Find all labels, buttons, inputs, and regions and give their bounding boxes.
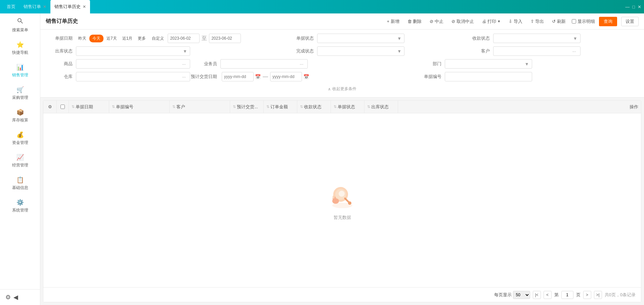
th-delivery-label: 预计交货... [237,104,258,110]
sidebar-bottom: ⚙ ◀ [0,289,40,305]
payment-status-select[interactable]: ▼ [493,34,581,43]
system-mgmt-icon: ⚙️ [16,199,24,206]
sidebar-quick-nav-label: 快捷导航 [12,50,28,55]
th-out-status[interactable]: ⇅ 出库状态 [364,101,398,113]
th-order-status[interactable]: ⇅ 单据状态 [331,101,364,113]
print-dropdown-icon[interactable]: ▼ [497,20,501,23]
custom-btn[interactable]: 自定义 [149,35,166,42]
th-settings[interactable]: ⚙ [43,101,57,113]
sidebar-item-system-mgmt[interactable]: ⚙️ 系统管理 [0,195,40,217]
sidebar-settings-icon[interactable]: ⚙ [5,294,11,301]
th-number[interactable]: ⇅ 单据编号 [109,101,170,113]
close-app-icon[interactable]: ✕ [638,4,641,9]
th-pay-status[interactable]: ⇅ 收款状态 [297,101,331,113]
product-ellipsis-btn[interactable]: ··· [181,62,187,67]
export-button[interactable]: ⇧ 导出 [528,17,546,26]
delivery-date-cal-end[interactable]: 📅 [303,74,309,79]
filter-area: 单据日期 昨天 今天 近7天 近1月 更多 自定义 至 [40,30,644,98]
collapse-up-icon: ∧ [328,87,331,91]
operations-icon: 📈 [16,154,24,161]
sidebar-search-menu-label: 搜索菜单 [12,27,28,33]
tab-home[interactable]: 首页 [3,0,19,13]
th-amount[interactable]: ⇅ 订单金额 [264,101,297,113]
last-month-btn[interactable]: 近1月 [120,35,135,42]
cancel-suspend-button[interactable]: ⊘ 取消中止 [449,17,476,26]
sidebar-collapse-icon[interactable]: ◀ [13,294,18,301]
yesterday-btn[interactable]: 昨天 [76,35,89,42]
sales-mgmt-icon: 📊 [16,64,24,71]
th-date[interactable]: ⇅ 单据日期 [69,101,109,113]
sidebar-item-quick-nav[interactable]: ⭐ 快捷导航 [0,37,40,60]
department-select[interactable]: ▼ [445,59,532,69]
settings-button[interactable]: 设置 [621,17,639,26]
th-delivery[interactable]: ⇅ 预计交货... [230,101,264,113]
page-title: 销售订单历史 [46,18,385,25]
date-start-input[interactable] [168,34,200,43]
order-number-input[interactable] [445,72,532,81]
tab-sales-order-history[interactable]: 销售订单历史 ✕ [50,0,90,13]
import-button[interactable]: ⇩ 导入 [507,17,524,26]
first-page-btn[interactable]: |< [533,291,541,299]
query-button[interactable]: 查询 [599,17,617,26]
tab-sales-order-history-close[interactable]: ✕ [83,4,86,9]
display-detail-checkbox[interactable] [572,19,576,24]
delivery-status-chevron: ▼ [183,49,187,54]
delivery-date-start-input[interactable] [222,72,254,81]
sidebar-item-inventory[interactable]: 📦 库存核算 [0,105,40,127]
print-button[interactable]: 🖨 打印 ▼ [480,17,503,26]
refresh-button[interactable]: ↺ 刷新 [550,17,568,26]
order-status-select[interactable]: ▼ [317,34,404,43]
warehouse-ellipsis-btn[interactable]: ··· [181,74,187,79]
purchase-mgmt-icon: 🛒 [16,86,24,93]
last7-btn[interactable]: 近7天 [104,35,119,42]
salesperson-ellipsis-btn[interactable]: ··· [298,62,305,67]
complete-status-select[interactable]: ▼ [317,46,404,56]
maximize-icon[interactable]: □ [632,4,635,9]
sidebar-item-operations[interactable]: 📈 经营管理 [0,150,40,172]
svg-point-5 [339,191,345,197]
delivery-status-label: 出库状态 [46,48,76,54]
sidebar-item-finance[interactable]: 💰 资金管理 [0,127,40,150]
sidebar-item-basic-info[interactable]: 📋 基础信息 [0,172,40,195]
th-customer[interactable]: ⇅ 客户 [170,101,230,113]
more-btn[interactable]: 更多 [135,35,148,42]
th-delivery-sort-icon: ⇅ [233,105,236,109]
sidebar-item-search-menu[interactable]: 搜索菜单 [0,13,40,37]
date-range-group: 至 [168,34,241,43]
next-page-btn[interactable]: > [583,291,591,299]
collapse-row[interactable]: ∧ 收起更多条件 [46,85,639,93]
th-pay-label: 收款状态 [304,104,321,110]
suspend-button[interactable]: ⊘ 中止 [428,17,445,26]
new-button[interactable]: + 新增 [385,17,401,26]
date-end-input[interactable] [209,34,241,43]
sidebar-basic-info-label: 基础信息 [12,185,28,191]
select-all-checkbox[interactable] [60,105,65,109]
page-size-dropdown[interactable]: 10 20 50 100 [513,291,530,299]
tab-home-label: 首页 [7,4,15,10]
tab-sales-order[interactable]: 销售订单 ✕ [19,0,50,13]
empty-text: 暂无数据 [334,215,351,221]
delivery-date-cal-start[interactable]: 📅 [255,74,261,79]
delivery-status-select[interactable]: ▼ [76,46,190,56]
close-window-icon[interactable]: — [625,4,630,9]
print-label: 🖨 打印 [482,18,497,25]
delivery-date-label: 预计交货日期 [190,74,220,80]
page-header: 销售订单历史 + 新增 🗑 删除 ⊘ 中止 ⊘ 取消中止 🖨 打印 ▼ [40,13,644,30]
current-page-input[interactable] [561,291,573,299]
sidebar-operations-label: 经营管理 [12,162,28,168]
delete-button[interactable]: 🗑 删除 [405,17,424,26]
last-page-btn[interactable]: >| [594,291,602,299]
tab-sales-order-close[interactable]: ✕ [43,4,46,9]
delivery-date-end-input[interactable] [270,72,302,81]
th-checkbox[interactable] [57,101,69,113]
sidebar-item-purchase-mgmt[interactable]: 🛒 采购管理 [0,82,40,105]
customer-ellipsis-btn[interactable]: ··· [571,49,577,54]
prev-page-btn[interactable]: < [544,291,552,299]
customer-label: 客户 [463,48,493,54]
today-btn[interactable]: 今天 [89,35,103,42]
sidebar-sales-mgmt-label: 销售管理 [12,72,28,78]
main-layout: 搜索菜单 ⭐ 快捷导航 📊 销售管理 🛒 采购管理 📦 库存核算 💰 资金管理 … [0,13,644,305]
date-label: 单据日期 [46,35,76,41]
sidebar-item-sales-mgmt[interactable]: 📊 销售管理 [0,60,40,82]
th-customer-label: 客户 [176,104,185,110]
